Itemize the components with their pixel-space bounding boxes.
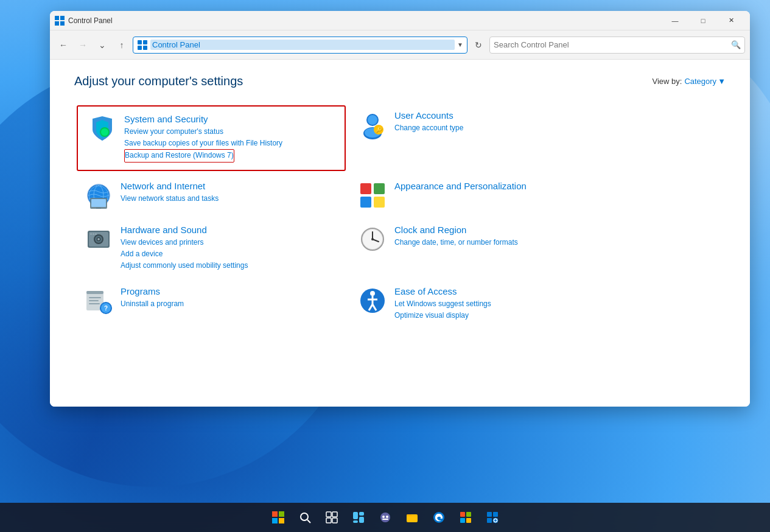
taskbar-start-button[interactable] <box>266 505 290 530</box>
hardware-title[interactable]: Hardware and Sound <box>121 225 338 235</box>
up-button[interactable]: ↑ <box>113 37 130 54</box>
svg-rect-29 <box>374 183 385 194</box>
taskbar-settings-button[interactable] <box>480 505 505 530</box>
title-bar: Control Panel — □ ✕ <box>50 11 750 30</box>
ease-access-title[interactable]: Ease of Access <box>394 286 612 296</box>
close-button[interactable]: ✕ <box>717 11 745 30</box>
svg-point-38 <box>97 238 100 240</box>
taskbar-store-button[interactable] <box>453 505 478 530</box>
svg-rect-27 <box>96 208 101 209</box>
content-area: Adjust your computer's settings View by:… <box>50 60 750 407</box>
svg-rect-67 <box>326 512 331 517</box>
svg-rect-2 <box>55 21 59 26</box>
appearance-title[interactable]: Appearance and Personalization <box>394 181 612 191</box>
clock-content: Clock and Region Change date, time, or n… <box>394 225 612 248</box>
category-network: Network and Internet View network status… <box>74 173 348 217</box>
svg-point-76 <box>382 516 385 518</box>
network-title[interactable]: Network and Internet <box>121 181 338 191</box>
refresh-button[interactable]: ↻ <box>470 37 487 54</box>
hardware-link-2[interactable]: Adjust commonly used mobility settings <box>121 260 338 271</box>
taskbar-widgets-button[interactable] <box>346 505 371 530</box>
svg-rect-51 <box>89 303 100 304</box>
taskbar-taskview-button[interactable] <box>320 505 344 530</box>
svg-rect-64 <box>279 518 284 523</box>
system-security-content: System and Security Review your computer… <box>124 114 335 163</box>
taskbar-chat-button[interactable] <box>373 505 397 530</box>
appearance-content: Appearance and Personalization <box>394 181 612 193</box>
category-hardware: Hardware and Sound View devices and prin… <box>74 217 348 279</box>
address-icon <box>137 40 148 51</box>
svg-rect-81 <box>460 512 465 517</box>
view-by-chevron-icon: ▼ <box>718 77 726 86</box>
window-controls: — □ ✕ <box>661 11 745 30</box>
svg-rect-39 <box>90 233 92 235</box>
address-input-wrapper[interactable]: Control Panel ▼ <box>133 37 467 54</box>
programs-title[interactable]: Programs <box>121 286 338 296</box>
system-security-link-1[interactable]: Save backup copies of your files with Fi… <box>124 138 335 149</box>
user-accounts-title[interactable]: User Accounts <box>394 110 612 121</box>
address-bar: ← → ⌄ ↑ Control Panel ▼ ↻ 🔍 <box>50 30 750 60</box>
forward-button[interactable]: → <box>74 37 91 54</box>
network-link-0[interactable]: View network status and tasks <box>121 193 338 205</box>
clock-link-0[interactable]: Change date, time, or number formats <box>394 237 612 248</box>
svg-rect-50 <box>89 300 99 301</box>
minimize-button[interactable]: — <box>661 11 689 30</box>
svg-rect-61 <box>272 511 278 517</box>
svg-rect-82 <box>466 512 471 517</box>
taskbar-search-button[interactable] <box>293 505 317 530</box>
programs-link-0[interactable]: Uninstall a program <box>121 298 338 310</box>
svg-point-12 <box>368 115 377 125</box>
view-by-control: View by: Category ▼ <box>652 77 726 86</box>
svg-point-65 <box>301 513 308 520</box>
svg-rect-26 <box>91 199 106 207</box>
hardware-link-1[interactable]: Add a device <box>121 248 338 260</box>
user-accounts-content: User Accounts Change account type <box>394 110 612 134</box>
svg-rect-1 <box>60 16 65 20</box>
window-title: Control Panel <box>68 16 661 25</box>
user-accounts-link-0[interactable]: Change account type <box>394 122 612 134</box>
recent-locations-button[interactable]: ⌄ <box>94 37 111 54</box>
network-icon <box>84 181 113 210</box>
svg-rect-86 <box>493 512 498 517</box>
view-by-value[interactable]: Category ▼ <box>684 77 726 86</box>
back-button[interactable]: ← <box>55 37 72 54</box>
taskbar-edge-button[interactable] <box>427 505 451 530</box>
system-security-link-2[interactable]: Backup and Restore (Windows 7) <box>125 150 234 161</box>
svg-rect-70 <box>332 518 337 523</box>
svg-rect-62 <box>279 511 284 517</box>
svg-rect-83 <box>460 518 465 523</box>
category-clock: Clock and Region Change date, time, or n… <box>348 217 622 279</box>
clock-title[interactable]: Clock and Region <box>394 225 612 235</box>
taskbar <box>0 503 770 532</box>
network-content: Network and Internet View network status… <box>121 181 338 205</box>
category-user-accounts: 🔑 User Accounts Change account type <box>348 103 622 173</box>
programs-icon: ? <box>84 286 113 315</box>
svg-rect-63 <box>272 518 278 523</box>
svg-rect-0 <box>55 16 59 20</box>
svg-rect-87 <box>487 518 492 523</box>
svg-rect-73 <box>353 520 358 523</box>
svg-rect-72 <box>359 512 364 516</box>
hardware-link-0[interactable]: View devices and printers <box>121 237 338 248</box>
system-security-title[interactable]: System and Security <box>124 114 335 124</box>
svg-text:?: ? <box>104 305 108 312</box>
category-appearance: Appearance and Personalization <box>348 173 622 217</box>
svg-point-46 <box>371 238 374 240</box>
svg-rect-7 <box>143 46 147 50</box>
taskbar-explorer-button[interactable] <box>400 505 424 530</box>
address-dropdown-icon[interactable]: ▼ <box>457 41 463 48</box>
ease-access-link-0[interactable]: Let Windows suggest settings <box>394 298 612 310</box>
svg-rect-84 <box>466 518 471 523</box>
ease-access-link-1[interactable]: Optimize visual display <box>394 310 612 321</box>
system-security-link-0[interactable]: Review your computer's status <box>124 126 335 138</box>
svg-rect-49 <box>89 297 101 298</box>
svg-rect-5 <box>143 40 147 44</box>
svg-rect-74 <box>359 517 364 523</box>
address-text: Control Panel <box>150 40 455 50</box>
ease-access-content: Ease of Access Let Windows suggest setti… <box>394 286 612 321</box>
search-input[interactable] <box>494 40 731 49</box>
hardware-icon <box>84 225 113 254</box>
search-button[interactable]: 🔍 <box>731 40 741 49</box>
programs-content: Programs Uninstall a program <box>121 286 338 310</box>
maximize-button[interactable]: □ <box>689 11 717 30</box>
